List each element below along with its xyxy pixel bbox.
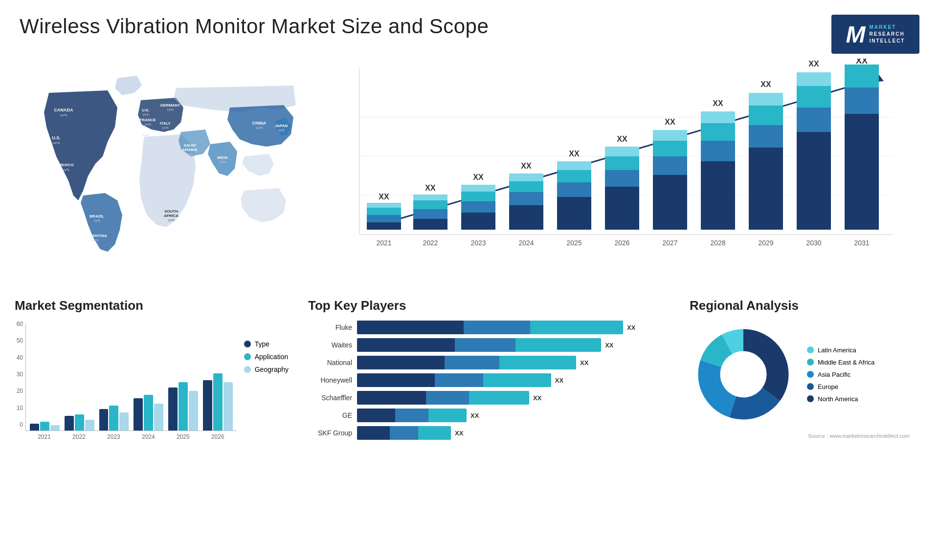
- player-val-fluke: XX: [627, 324, 635, 331]
- seg-group-2024: [134, 395, 163, 431]
- reg-label-europe: Europe: [818, 383, 838, 390]
- seg-bar-type: [203, 380, 212, 431]
- players-list: Fluke XX Waites: [308, 321, 670, 440]
- reg-label-latin: Latin America: [818, 346, 856, 354]
- player-val-schaeffler: XX: [533, 394, 541, 402]
- svg-rect-80: [749, 125, 783, 148]
- player-row-fluke: Fluke XX: [308, 321, 670, 334]
- seg-bar-app: [144, 395, 153, 431]
- svg-text:2024: 2024: [518, 239, 534, 247]
- svg-text:BRAZIL: BRAZIL: [89, 214, 104, 218]
- svg-text:2031: 2031: [854, 239, 869, 247]
- svg-point-109: [721, 352, 765, 396]
- svg-text:GERMANY: GERMANY: [160, 103, 181, 108]
- svg-rect-76: [701, 123, 735, 141]
- regional-section: Regional Analysis: [685, 298, 929, 560]
- svg-text:xx%: xx%: [93, 219, 100, 222]
- seg-group-2026: [203, 373, 233, 431]
- svg-rect-77: [701, 111, 735, 123]
- player-row-honeywell: Honeywell XX: [308, 373, 670, 387]
- reg-label-na: North America: [818, 395, 858, 403]
- seg-bar-type: [134, 398, 143, 431]
- donut-area: Latin America Middle East & Africa Asia …: [690, 321, 924, 428]
- svg-text:xx%: xx%: [167, 108, 173, 111]
- svg-rect-57: [509, 173, 543, 181]
- svg-rect-55: [509, 192, 543, 205]
- svg-text:xx%: xx%: [142, 133, 149, 137]
- player-val-waites: XX: [605, 342, 613, 349]
- svg-rect-39: [367, 222, 401, 230]
- seg-bar-type: [99, 409, 109, 431]
- svg-text:ITALY: ITALY: [160, 121, 171, 126]
- svg-text:ARGENTINA: ARGENTINA: [84, 234, 107, 238]
- seg-bar-type: [30, 424, 39, 431]
- player-name-national: National: [308, 359, 352, 366]
- svg-rect-46: [413, 200, 447, 209]
- svg-rect-82: [749, 93, 783, 106]
- svg-rect-79: [749, 148, 783, 230]
- reg-legend-asia: Asia Pacific: [807, 371, 874, 378]
- growth-chart: XX XX XX XX: [323, 59, 919, 264]
- svg-rect-84: [797, 132, 831, 230]
- svg-text:XX: XX: [808, 60, 819, 68]
- player-row-national: National XX: [308, 356, 670, 369]
- seg-y-axis: 6050403020100: [15, 321, 25, 428]
- svg-text:XX: XX: [760, 80, 771, 88]
- svg-rect-86: [797, 86, 831, 108]
- segmentation-title: Market Segmentation: [15, 298, 289, 313]
- main-content: CANADA xx% U.S. xx% MEXICO xx% BRAZIL xx…: [0, 59, 939, 560]
- legend-type: Type: [244, 340, 289, 348]
- svg-text:xx%: xx%: [168, 218, 174, 222]
- svg-rect-89: [845, 114, 879, 230]
- svg-text:2029: 2029: [758, 239, 773, 247]
- player-name-honeywell: Honeywell: [308, 376, 352, 384]
- svg-text:U.K.: U.K.: [142, 108, 150, 112]
- svg-text:2023: 2023: [470, 239, 486, 247]
- player-val-ge: XX: [470, 412, 479, 419]
- svg-rect-59: [557, 197, 591, 230]
- svg-rect-85: [797, 108, 831, 132]
- seg-bar-app: [213, 373, 223, 431]
- svg-text:xx%: xx%: [186, 152, 193, 156]
- seg-bar-geo: [189, 391, 198, 431]
- logo-box: M MARKET RESEARCH INTELLECT: [831, 15, 919, 54]
- svg-rect-64: [605, 187, 639, 230]
- reg-legend-mea: Middle East & Africa: [807, 359, 874, 366]
- seg-group-2025: [168, 382, 198, 431]
- legend-dot-app: [244, 353, 251, 360]
- svg-text:CANADA: CANADA: [54, 108, 73, 112]
- svg-text:xx%: xx%: [142, 113, 149, 116]
- legend-label-type: Type: [255, 340, 269, 348]
- svg-rect-42: [367, 203, 401, 208]
- seg-group-2023: [99, 406, 129, 431]
- svg-rect-87: [797, 72, 831, 86]
- player-val-national: XX: [580, 359, 588, 366]
- svg-text:XX: XX: [473, 173, 484, 181]
- svg-rect-41: [367, 208, 401, 215]
- svg-rect-72: [653, 130, 687, 141]
- player-val-honeywell: XX: [555, 377, 563, 384]
- logo-text: MARKET RESEARCH INTELLECT: [869, 24, 905, 44]
- player-row-waites: Waites XX: [308, 338, 670, 352]
- player-bar-skf: XX: [357, 426, 670, 440]
- seg-group-2022: [65, 414, 94, 431]
- donut-chart: [690, 321, 797, 428]
- svg-text:XX: XX: [569, 150, 580, 158]
- reg-dot-asia: [807, 371, 814, 378]
- svg-text:xx%: xx%: [60, 113, 67, 117]
- reg-legend-latin: Latin America: [807, 346, 874, 354]
- svg-text:INDIA: INDIA: [217, 155, 228, 160]
- svg-rect-66: [605, 156, 639, 170]
- players-section: Top Key Players Fluke XX: [303, 298, 675, 560]
- svg-rect-45: [413, 209, 447, 219]
- svg-text:SOUTH: SOUTH: [164, 209, 178, 214]
- svg-rect-91: [845, 65, 879, 87]
- world-map: CANADA xx% U.S. xx% MEXICO xx% BRAZIL xx…: [20, 64, 303, 269]
- svg-rect-71: [653, 141, 687, 156]
- reg-legend-europe: Europe: [807, 383, 874, 390]
- seg-bar-app: [109, 406, 118, 431]
- bottom-row: Market Segmentation 6050403020100: [10, 293, 929, 560]
- seg-bar-app: [40, 422, 49, 431]
- reg-dot-mea: [807, 359, 814, 366]
- svg-rect-62: [557, 161, 591, 170]
